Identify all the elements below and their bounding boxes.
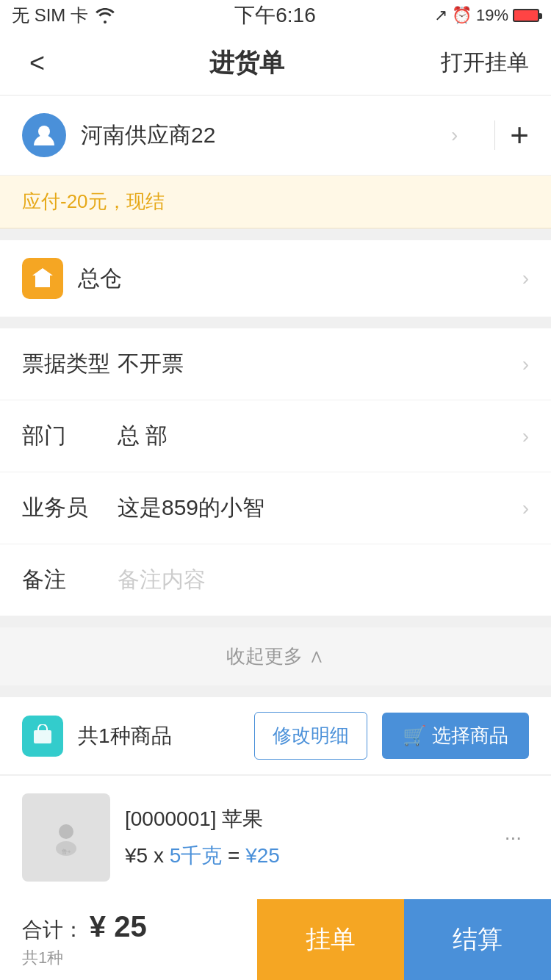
collapse-bar[interactable]: 收起更多 ∧ [0, 627, 551, 685]
wifi-icon [94, 7, 116, 24]
nav-bar: < 进货单 打开挂单 [0, 31, 551, 96]
warehouse-icon [22, 258, 63, 299]
bottom-bar: 合计： ¥ 25 共1种 挂单 结算 [0, 899, 551, 980]
total-section: 合计： ¥ 25 共1种 [0, 910, 257, 969]
product-code: [0000001] [125, 807, 222, 830]
supplier-notice: 应付-20元，现结 [0, 176, 551, 228]
svg-rect-1 [34, 730, 51, 743]
salesman-row[interactable]: 业务员 这是859的小智 › [0, 472, 551, 544]
section-divider [0, 685, 551, 697]
main-content: 河南供应商22 › + 应付-20元，现结 总仓 › 票据类型 不开票 › 部门… [0, 96, 551, 980]
svg-text:鲁+: 鲁+ [62, 849, 71, 855]
product-info: [0000001] 苹果 ¥5 x 5千克 = ¥25 [125, 805, 483, 870]
svg-point-2 [59, 824, 73, 839]
department-row[interactable]: 部门 总 部 › [0, 400, 551, 472]
invoice-row[interactable]: 票据类型 不开票 › [0, 328, 551, 400]
salesman-label: 业务员 [22, 493, 110, 523]
remark-label: 备注 [22, 565, 110, 595]
total-count: 共1种 [22, 947, 235, 969]
unit-price: ¥5 x [125, 844, 170, 867]
warehouse-row[interactable]: 总仓 › [0, 240, 551, 317]
department-label: 部门 [22, 421, 110, 451]
product-more-button[interactable]: ··· [497, 818, 529, 857]
products-icon [22, 716, 63, 757]
supplier-avatar [22, 113, 66, 157]
invoice-value: 不开票 [118, 349, 522, 379]
products-header: 共1种商品 修改明细 🛒 选择商品 [0, 697, 551, 774]
alarm-icon: ⏰ [452, 6, 472, 25]
invoice-chevron-icon: › [522, 353, 529, 376]
edit-detail-button[interactable]: 修改明细 [254, 712, 367, 760]
status-bar: 无 SIM 卡 下午6:16 ↗ ⏰ 19% [0, 0, 551, 31]
checkout-button[interactable]: 结算 [404, 899, 551, 980]
supplier-card: 河南供应商22 › + 应付-20元，现结 [0, 96, 551, 228]
product-price-row: ¥5 x 5千克 = ¥25 [125, 842, 483, 870]
cart-icon [31, 724, 54, 748]
supplier-row[interactable]: 河南供应商22 › + [0, 96, 551, 176]
back-button[interactable]: < [22, 40, 52, 86]
remark-row[interactable]: 备注 备注内容 [0, 544, 551, 616]
department-value: 总 部 [118, 421, 522, 451]
select-product-button[interactable]: 🛒 选择商品 [382, 713, 529, 759]
form-card: 票据类型 不开票 › 部门 总 部 › 业务员 这是859的小智 › 备注 备注… [0, 328, 551, 616]
remark-input[interactable]: 备注内容 [118, 565, 529, 595]
salesman-value: 这是859的小智 [118, 493, 522, 523]
supplier-avatar-icon [31, 122, 57, 148]
salesman-chevron-icon: › [522, 497, 529, 520]
total-row: 合计： ¥ 25 [22, 910, 235, 944]
location-icon: ↗ [434, 6, 447, 25]
page-title: 进货单 [209, 46, 284, 80]
product-title: 苹果 [222, 807, 263, 830]
supplier-divider [494, 120, 495, 150]
total-label: 合计： [22, 918, 84, 941]
status-left: 无 SIM 卡 [12, 4, 116, 27]
status-time: 下午6:16 [234, 1, 316, 29]
warehouse-chevron-icon: › [522, 267, 529, 290]
warehouse-card: 总仓 › [0, 240, 551, 317]
carrier-label: 无 SIM 卡 [12, 4, 88, 27]
products-count: 共1种商品 [78, 722, 240, 750]
warehouse-building-icon [31, 267, 54, 290]
add-supplier-button[interactable]: + [510, 117, 529, 154]
status-right: ↗ ⏰ 19% [434, 6, 539, 25]
supplier-name: 河南供应商22 [81, 120, 451, 151]
product-name: [0000001] 苹果 [125, 805, 483, 833]
open-suspend-button[interactable]: 打开挂单 [441, 48, 529, 78]
total-amount: ¥ 25 [90, 910, 147, 943]
battery-icon [513, 9, 539, 22]
line-total: ¥25 [245, 844, 280, 867]
warehouse-name: 总仓 [78, 264, 522, 294]
cart-add-icon: 🛒 [403, 724, 426, 747]
suspend-button[interactable]: 挂单 [257, 899, 404, 980]
invoice-label: 票据类型 [22, 349, 110, 379]
product-item: 鲁+ [0000001] 苹果 ¥5 x 5千克 = ¥25 ··· [0, 776, 551, 899]
supplier-chevron-icon: › [451, 123, 458, 147]
equals-sign: = [228, 844, 245, 867]
product-default-image-icon: 鲁+ [44, 815, 88, 860]
battery-percent: 19% [476, 6, 508, 25]
quantity: 5千克 [170, 844, 223, 867]
product-thumbnail: 鲁+ [22, 793, 110, 882]
department-chevron-icon: › [522, 425, 529, 448]
